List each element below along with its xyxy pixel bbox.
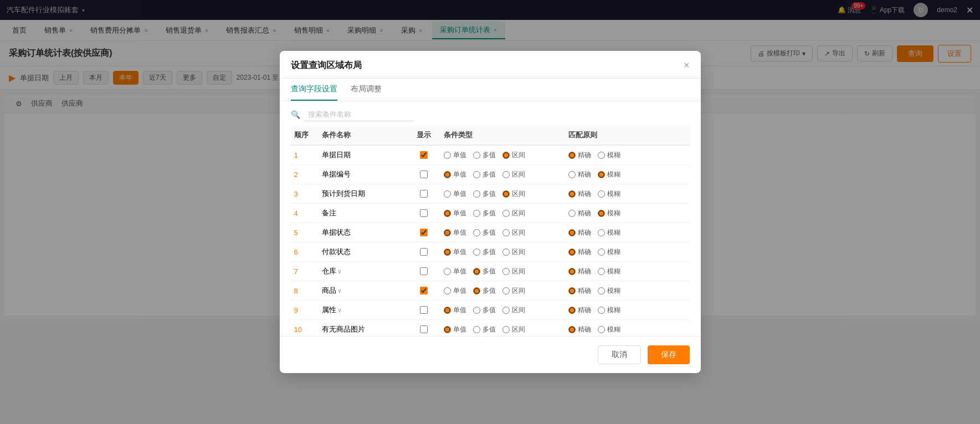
match-fuzzy[interactable]: 模糊	[598, 151, 620, 160]
cell-match: 精确 模糊	[565, 306, 690, 315]
type-single[interactable]: 单值	[444, 189, 466, 199]
dialog-search-area: 🔍	[280, 101, 701, 126]
type-range[interactable]: 区间	[502, 286, 525, 296]
cell-match: 精确 模糊	[565, 286, 690, 296]
cell-name: 预计到货日期	[319, 189, 407, 199]
cell-name: 单据日期	[319, 150, 407, 160]
type-range[interactable]: 区间	[502, 228, 525, 237]
match-exact[interactable]: 精确	[568, 189, 591, 199]
display-checkbox[interactable]	[420, 229, 428, 236]
cell-order: 9	[291, 306, 319, 314]
col-match: 匹配原则	[565, 130, 690, 140]
cell-name: 单据编号	[319, 169, 407, 179]
match-exact[interactable]: 精确	[568, 170, 591, 179]
type-single[interactable]: 单值	[444, 170, 466, 179]
type-single[interactable]: 单值	[444, 306, 466, 315]
col-type: 条件类型	[440, 130, 565, 140]
cell-display[interactable]	[407, 267, 440, 275]
match-fuzzy[interactable]: 模糊	[598, 228, 620, 237]
cell-display[interactable]	[407, 287, 440, 294]
type-radio-group: 单值 多值 区间	[444, 151, 525, 160]
dialog-close-button[interactable]: ×	[684, 60, 690, 71]
type-multi[interactable]: 多值	[473, 151, 496, 160]
display-checkbox[interactable]	[420, 151, 428, 159]
cell-name: 单据状态	[319, 227, 407, 237]
type-range[interactable]: 区间	[502, 170, 525, 179]
dropdown-indicator: ∨	[337, 307, 342, 314]
config-table-header: 顺序 条件名称 显示 条件类型 匹配原则	[291, 126, 690, 146]
display-checkbox[interactable]	[420, 287, 428, 294]
type-multi[interactable]: 多值	[473, 170, 496, 179]
match-exact[interactable]: 精确	[568, 286, 591, 296]
match-fuzzy[interactable]: 模糊	[598, 247, 620, 257]
match-fuzzy[interactable]: 模糊	[598, 170, 620, 179]
match-fuzzy[interactable]: 模糊	[598, 189, 620, 199]
cell-display[interactable]	[407, 170, 440, 178]
cell-display[interactable]	[407, 151, 440, 159]
match-exact[interactable]: 精确	[568, 228, 591, 237]
table-row: 2 单据编号 单值 多值 区间 精确 模糊	[291, 165, 690, 184]
type-range[interactable]: 区间	[502, 247, 525, 257]
type-multi[interactable]: 多值	[473, 209, 496, 218]
display-checkbox[interactable]	[420, 306, 428, 314]
type-range[interactable]: 区间	[502, 151, 525, 160]
type-multi[interactable]: 多值	[473, 189, 496, 199]
type-single[interactable]: 单值	[444, 247, 466, 257]
dropdown-indicator: ∨	[337, 287, 342, 294]
match-fuzzy[interactable]: 模糊	[598, 209, 620, 218]
display-checkbox[interactable]	[420, 170, 428, 178]
table-row: 7 仓库 ∨ 单值 多值 区间 精确 模糊	[291, 262, 690, 281]
modal-overlay: 设置查询区域布局 × 查询字段设置 布局调整 🔍 顺序 条件名称	[0, 0, 980, 320]
cell-match: 精确 模糊	[565, 151, 690, 160]
type-range[interactable]: 区间	[502, 306, 525, 315]
type-multi[interactable]: 多值	[473, 267, 496, 276]
cell-order: 3	[291, 190, 319, 198]
type-range[interactable]: 区间	[502, 189, 525, 199]
search-input[interactable]	[304, 108, 414, 121]
type-multi[interactable]: 多值	[473, 228, 496, 237]
display-checkbox[interactable]	[420, 267, 428, 275]
config-dialog: 设置查询区域布局 × 查询字段设置 布局调整 🔍 顺序 条件名称	[280, 51, 701, 320]
type-single[interactable]: 单值	[444, 286, 466, 296]
display-checkbox[interactable]	[420, 190, 428, 198]
type-range[interactable]: 区间	[502, 267, 525, 276]
match-fuzzy[interactable]: 模糊	[598, 286, 620, 296]
type-single[interactable]: 单值	[444, 267, 466, 276]
match-exact[interactable]: 精确	[568, 151, 591, 160]
type-single[interactable]: 单值	[444, 228, 466, 237]
type-single[interactable]: 单值	[444, 151, 466, 160]
cell-display[interactable]	[407, 229, 440, 236]
cell-type: 单值 多值 区间	[440, 228, 565, 237]
cell-order: 4	[291, 209, 319, 218]
type-multi[interactable]: 多值	[473, 306, 496, 315]
match-exact[interactable]: 精确	[568, 247, 591, 257]
cell-display[interactable]	[407, 306, 440, 314]
table-row: 3 预计到货日期 单值 多值 区间 精确 模糊	[291, 184, 690, 204]
cell-display[interactable]	[407, 209, 440, 217]
tab-query-fields[interactable]: 查询字段设置	[291, 79, 337, 101]
cell-type: 单值 多值 区间	[440, 306, 565, 315]
cell-match: 精确 模糊	[565, 267, 690, 276]
type-multi[interactable]: 多值	[473, 286, 496, 296]
col-order: 顺序	[291, 130, 319, 140]
match-exact[interactable]: 精确	[568, 209, 591, 218]
table-row: 1 单据日期 单值 多值 区间 精确 模糊	[291, 146, 690, 165]
match-fuzzy[interactable]: 模糊	[598, 306, 620, 315]
cell-order: 8	[291, 287, 319, 295]
match-exact[interactable]: 精确	[568, 267, 591, 276]
table-row: 8 商品 ∨ 单值 多值 区间 精确 模糊	[291, 281, 690, 301]
type-single[interactable]: 单值	[444, 209, 466, 218]
cell-order: 6	[291, 248, 319, 256]
cell-display[interactable]	[407, 190, 440, 198]
table-row: 6 付款状态 单值 多值 区间 精确 模糊	[291, 242, 690, 262]
match-exact[interactable]: 精确	[568, 306, 591, 315]
tab-layout-adjust[interactable]: 布局调整	[351, 79, 382, 101]
table-row: 9 属性 ∨ 单值 多值 区间 精确 模糊	[291, 301, 690, 320]
type-multi[interactable]: 多值	[473, 247, 496, 257]
cell-display[interactable]	[407, 248, 440, 256]
display-checkbox[interactable]	[420, 209, 428, 217]
match-fuzzy[interactable]: 模糊	[598, 267, 620, 276]
type-range[interactable]: 区间	[502, 209, 525, 218]
display-checkbox[interactable]	[420, 248, 428, 256]
col-display: 显示	[407, 130, 440, 140]
